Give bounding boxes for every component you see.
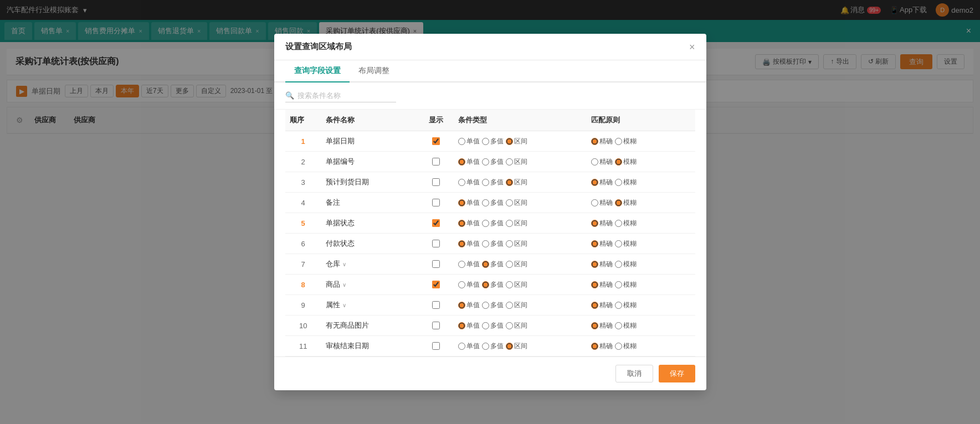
row-display-checkbox[interactable]	[418, 275, 454, 295]
row-display-checkbox[interactable]	[418, 316, 454, 336]
cond-type-range[interactable]: 区间	[506, 280, 527, 289]
match-rule-exact[interactable]: 精确	[591, 219, 613, 228]
save-button[interactable]: 保存	[659, 365, 695, 382]
match-rule-exact[interactable]: 精确	[591, 301, 613, 310]
row-seq: 11	[285, 336, 321, 356]
cond-type-single[interactable]: 单值	[458, 280, 480, 289]
row-display-checkbox[interactable]	[418, 152, 454, 172]
row-cond-type: 单值多值区间	[454, 295, 586, 316]
cond-type-multi[interactable]: 多值	[482, 219, 504, 228]
row-display-checkbox[interactable]	[418, 193, 454, 213]
cond-type-single[interactable]: 单值	[458, 239, 480, 249]
cond-type-multi[interactable]: 多值	[482, 342, 504, 351]
cond-type-range[interactable]: 区间	[506, 137, 527, 146]
row-display-checkbox[interactable]	[418, 172, 454, 193]
cond-type-range[interactable]: 区间	[506, 198, 527, 208]
match-rule-exact[interactable]: 精确	[591, 280, 613, 289]
row-match-rule: 精确模糊	[587, 234, 695, 254]
cond-type-multi[interactable]: 多值	[482, 301, 504, 310]
display-checkbox[interactable]	[432, 322, 440, 329]
cancel-button[interactable]: 取消	[615, 365, 653, 382]
display-checkbox[interactable]	[432, 260, 440, 268]
match-rule-fuzzy[interactable]: 模糊	[615, 280, 637, 289]
display-checkbox[interactable]	[432, 199, 440, 206]
cond-type-multi[interactable]: 多值	[482, 137, 504, 146]
match-rule-exact[interactable]: 精确	[591, 178, 613, 187]
table-row: 7仓库∨单值多值区间精确模糊	[285, 254, 695, 275]
row-display-checkbox[interactable]	[418, 336, 454, 356]
cond-type-single[interactable]: 单值	[458, 260, 480, 269]
cond-type-multi[interactable]: 多值	[482, 198, 504, 208]
match-rule-fuzzy[interactable]: 模糊	[615, 301, 637, 310]
cond-type-range[interactable]: 区间	[506, 239, 527, 249]
cond-type-range[interactable]: 区间	[506, 260, 527, 269]
cond-type-single[interactable]: 单值	[458, 219, 480, 228]
cond-type-single[interactable]: 单值	[458, 342, 480, 351]
cond-type-range[interactable]: 区间	[506, 157, 527, 167]
table-row: 8商品∨单值多值区间精确模糊	[285, 275, 695, 295]
row-cond-name: 有无商品图片	[321, 316, 418, 336]
cond-type-multi[interactable]: 多值	[482, 260, 504, 269]
cond-type-range[interactable]: 区间	[506, 301, 527, 310]
match-rule-fuzzy[interactable]: 模糊	[615, 342, 637, 351]
cond-type-range[interactable]: 区间	[506, 321, 527, 330]
match-rule-exact[interactable]: 精确	[591, 137, 613, 146]
cond-type-multi[interactable]: 多值	[482, 280, 504, 289]
search-input[interactable]	[297, 91, 396, 100]
modal-tab-layout[interactable]: 布局调整	[350, 60, 398, 82]
cond-type-range[interactable]: 区间	[506, 178, 527, 187]
cond-type-single[interactable]: 单值	[458, 321, 480, 330]
display-checkbox[interactable]	[432, 158, 440, 166]
match-rule-fuzzy[interactable]: 模糊	[615, 198, 637, 208]
display-checkbox[interactable]	[432, 178, 440, 186]
modal-close-button[interactable]: ×	[689, 42, 695, 52]
match-rule-exact[interactable]: 精确	[591, 239, 613, 249]
match-rule-fuzzy[interactable]: 模糊	[615, 219, 637, 228]
cond-type-single[interactable]: 单值	[458, 157, 480, 167]
row-cond-type: 单值多值区间	[454, 316, 586, 336]
table-row: 10有无商品图片单值多值区间精确模糊	[285, 316, 695, 336]
row-seq: 4	[285, 193, 321, 213]
cond-type-multi[interactable]: 多值	[482, 178, 504, 187]
display-checkbox[interactable]	[432, 219, 440, 227]
cond-type-single[interactable]: 单值	[458, 178, 480, 187]
row-cond-type: 单值多值区间	[454, 172, 586, 193]
display-checkbox[interactable]	[432, 301, 440, 309]
row-seq: 7	[285, 254, 321, 275]
match-rule-fuzzy[interactable]: 模糊	[615, 260, 637, 269]
match-rule-exact[interactable]: 精确	[591, 198, 613, 208]
display-checkbox[interactable]	[432, 137, 440, 145]
cond-type-single[interactable]: 单值	[458, 137, 480, 146]
cond-type-single[interactable]: 单值	[458, 198, 480, 208]
row-seq: 3	[285, 172, 321, 193]
table-row: 9属性∨单值多值区间精确模糊	[285, 295, 695, 316]
match-rule-fuzzy[interactable]: 模糊	[615, 178, 637, 187]
row-cond-name: 预计到货日期	[321, 172, 418, 193]
match-rule-fuzzy[interactable]: 模糊	[615, 157, 637, 167]
row-cond-type: 单值多值区间	[454, 131, 586, 152]
match-rule-fuzzy[interactable]: 模糊	[615, 137, 637, 146]
match-rule-exact[interactable]: 精确	[591, 260, 613, 269]
match-rule-fuzzy[interactable]: 模糊	[615, 321, 637, 330]
match-rule-exact[interactable]: 精确	[591, 157, 613, 167]
cond-type-multi[interactable]: 多值	[482, 157, 504, 167]
row-display-checkbox[interactable]	[418, 213, 454, 234]
row-display-checkbox[interactable]	[418, 254, 454, 275]
modal-header: 设置查询区域布局 ×	[274, 34, 706, 60]
display-checkbox[interactable]	[432, 281, 440, 288]
row-display-checkbox[interactable]	[418, 234, 454, 254]
cond-type-multi[interactable]: 多值	[482, 239, 504, 249]
row-display-checkbox[interactable]	[418, 295, 454, 316]
cond-type-multi[interactable]: 多值	[482, 321, 504, 330]
row-display-checkbox[interactable]	[418, 131, 454, 152]
row-seq: 9	[285, 295, 321, 316]
match-rule-fuzzy[interactable]: 模糊	[615, 239, 637, 249]
match-rule-exact[interactable]: 精确	[591, 342, 613, 351]
match-rule-exact[interactable]: 精确	[591, 321, 613, 330]
display-checkbox[interactable]	[432, 240, 440, 247]
cond-type-range[interactable]: 区间	[506, 219, 527, 228]
modal-tab-query-fields[interactable]: 查询字段设置	[285, 60, 350, 82]
display-checkbox[interactable]	[432, 342, 440, 350]
cond-type-range[interactable]: 区间	[506, 342, 527, 351]
cond-type-single[interactable]: 单值	[458, 301, 480, 310]
